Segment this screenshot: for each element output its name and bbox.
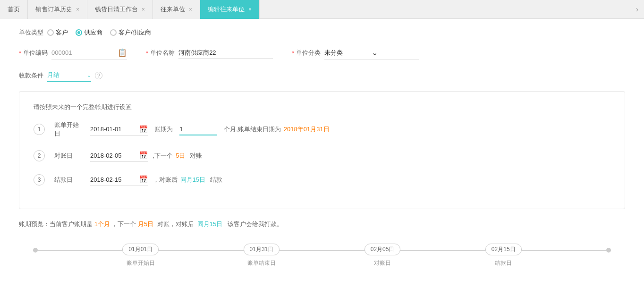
tab-scroll-right[interactable]: › xyxy=(630,5,644,14)
unit-code-input[interactable] xyxy=(51,49,118,56)
reconcile-date-input-group: 📅 xyxy=(90,149,148,162)
timeline-label-2: 账单结束日 xyxy=(247,259,276,267)
timeline-badge-4: 02月15日 xyxy=(485,244,522,255)
radio-circle-supplier xyxy=(76,29,82,36)
payment-prefix: ，对账后 xyxy=(151,176,178,184)
close-edit-partner-unit[interactable]: × xyxy=(248,6,252,13)
preview-period: 1个月 xyxy=(94,220,110,228)
close-sales-order-history[interactable]: × xyxy=(76,6,79,13)
reconcile-prefix: ,下一个 xyxy=(151,152,173,160)
row-label-3: 结款日 xyxy=(54,176,83,184)
unit-code-required: * xyxy=(19,50,21,57)
settings-panel: 请按照未来的一个完整帐期进行设置 1 账单开始日 📅 账期为 个月,账单结束日期… xyxy=(19,91,625,209)
row-label-2: 对账日 xyxy=(54,152,83,160)
timeline-point-2: 01月31日 账单结束日 xyxy=(244,244,280,267)
panel-title: 请按照未来的一个完整帐期进行设置 xyxy=(34,103,610,111)
payment-terms-arrow: ⌄ xyxy=(87,72,91,78)
unit-type-row: 单位类型 客户 供应商 客户/供应商 xyxy=(19,28,625,37)
setting-row-1: 1 账单开始日 📅 账期为 个月,账单结束日期为 2018年01月31日 xyxy=(34,121,610,138)
preview-section: 账期预览：当前客户账期是 1个月 ，下一个 月5日 对账，对账后 同月15日 该… xyxy=(19,219,625,229)
tab-home[interactable]: 首页 xyxy=(0,0,28,19)
payment-day-highlight: 同月15日 xyxy=(180,176,205,184)
timeline-badge-1: 01月01日 xyxy=(122,244,159,255)
payment-terms-row: 收款条件 月结 ⌄ ? xyxy=(19,69,625,82)
period-input[interactable] xyxy=(179,124,217,135)
unit-category-required: * xyxy=(292,50,294,57)
timeline-point-1: 01月01日 账单开始日 xyxy=(122,244,159,267)
start-date-input-group: 📅 xyxy=(90,123,148,136)
unit-type-group: 单位类型 客户 供应商 客户/供应商 xyxy=(19,28,151,37)
unit-info-row: * 单位编码 📋 * 单位名称 * 单位分类 未分类 ⌄ xyxy=(19,46,625,59)
timeline-section: 01月01日 账单开始日 01月31日 账单结束日 02月05日 对账日 02月… xyxy=(19,244,625,267)
unit-name-required: * xyxy=(146,50,148,57)
unit-type-label: 单位类型 xyxy=(19,28,43,37)
timeline-point-4: 02月15日 结款日 xyxy=(485,244,522,267)
timeline-label-3: 对账日 xyxy=(374,259,391,267)
payment-suffix: 结款 xyxy=(208,176,222,184)
radio-group-unit-type: 客户 供应商 客户/供应商 xyxy=(47,28,151,37)
unit-code-group: * 单位编码 📋 xyxy=(19,46,127,59)
setting-row-2: 2 对账日 📅 ,下一个 5日 对账 xyxy=(34,149,610,162)
row-label-1: 账单开始日 xyxy=(54,121,83,138)
tab-bar: 首页 销售订单历史 × 钱货日清工作台 × 往来单位 × 编辑往来单位 × › xyxy=(0,0,644,19)
unit-category-group: * 单位分类 未分类 ⌄ xyxy=(292,46,419,59)
timeline-label-1: 账单开始日 xyxy=(127,259,155,267)
timeline-point-3: 02月05日 对账日 xyxy=(364,244,401,267)
unit-code-input-wrapper: 📋 xyxy=(51,46,127,59)
timeline-badge-2: 01月31日 xyxy=(244,244,280,255)
payment-date-input-group: 📅 xyxy=(90,173,148,186)
tab-partner-units[interactable]: 往来单位 × xyxy=(153,0,200,19)
row-num-1: 1 xyxy=(34,124,45,135)
radio-supplier[interactable]: 供应商 xyxy=(76,28,102,37)
reconcile-suffix: 对账 xyxy=(188,152,202,160)
tab-edit-partner-unit[interactable]: 编辑往来单位 × xyxy=(200,0,260,19)
payment-date-input[interactable] xyxy=(90,176,137,183)
row-num-3: 3 xyxy=(34,174,45,186)
reconcile-date-calendar-icon[interactable]: 📅 xyxy=(139,151,148,160)
timeline-label-4: 结款日 xyxy=(495,259,512,267)
unit-name-input[interactable] xyxy=(178,47,273,59)
copy-icon[interactable]: 📋 xyxy=(118,48,127,57)
period-suffix: 个月,账单结束日期为 xyxy=(224,125,281,134)
unit-category-label: 单位分类 xyxy=(296,49,321,57)
end-date-highlight: 2018年01月31日 xyxy=(284,125,330,134)
start-date-calendar-icon[interactable]: 📅 xyxy=(139,125,148,134)
unit-code-label: 单位编码 xyxy=(23,49,48,57)
preview-day: 月5日 xyxy=(138,220,153,228)
row-num-2: 2 xyxy=(34,150,45,161)
payment-terms-select[interactable]: 月结 ⌄ xyxy=(47,69,91,82)
timeline-badge-3: 02月05日 xyxy=(364,244,401,255)
radio-customer[interactable]: 客户 xyxy=(47,28,68,37)
payment-terms-label: 收款条件 xyxy=(19,71,43,80)
close-cashier-workbench[interactable]: × xyxy=(142,6,145,13)
tab-sales-order-history[interactable]: 销售订单历史 × xyxy=(28,0,87,19)
payment-terms-value: 月结 xyxy=(47,71,85,79)
unit-name-label: 单位名称 xyxy=(150,49,175,57)
preview-pay-day: 同月15日 xyxy=(197,220,222,228)
timeline-end-dot xyxy=(606,244,611,253)
tab-cashier-workbench[interactable]: 钱货日清工作台 × xyxy=(87,0,153,19)
payment-terms-group: 收款条件 月结 ⌄ ? xyxy=(19,69,102,82)
start-date-input[interactable] xyxy=(90,126,137,133)
setting-row-3: 3 结款日 📅 ，对账后 同月15日 结款 xyxy=(34,173,610,186)
reconcile-day-highlight: 5日 xyxy=(176,152,185,160)
help-icon[interactable]: ? xyxy=(95,72,102,79)
unit-category-select[interactable]: 未分类 ⌄ xyxy=(324,46,419,59)
close-partner-units[interactable]: × xyxy=(189,6,192,13)
reconcile-date-input[interactable] xyxy=(90,152,137,159)
radio-customer-supplier[interactable]: 客户/供应商 xyxy=(110,28,151,37)
main-content: 单位类型 客户 供应商 客户/供应商 * 单位编码 xyxy=(0,19,644,287)
radio-circle-customer xyxy=(47,29,54,36)
payment-date-calendar-icon[interactable]: 📅 xyxy=(139,175,148,184)
radio-circle-customer-supplier xyxy=(110,29,117,36)
timeline-start-dot xyxy=(33,244,38,253)
unit-category-arrow: ⌄ xyxy=(372,48,419,57)
period-prefix: 账期为 xyxy=(151,125,173,134)
unit-name-group: * 单位名称 xyxy=(146,47,273,59)
